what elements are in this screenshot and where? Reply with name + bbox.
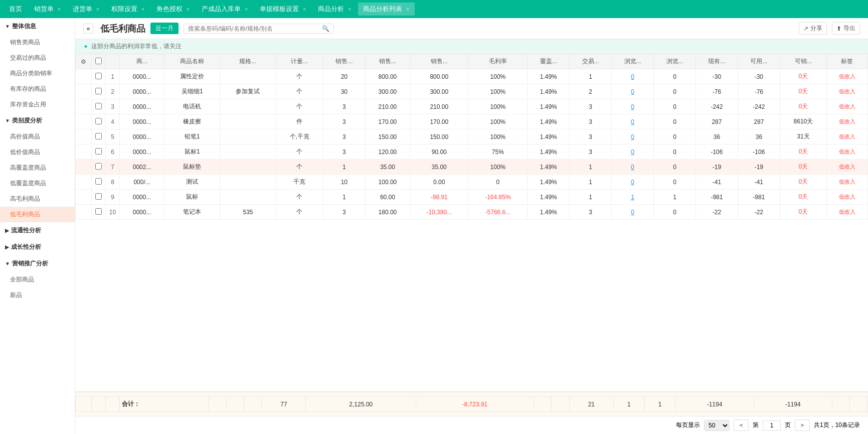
close-permission-icon[interactable]: × <box>141 6 144 12</box>
close-list-icon[interactable]: × <box>406 6 409 12</box>
col-unit[interactable]: 计量... <box>276 54 323 69</box>
cell-sales-profit: -10,380... <box>410 205 468 220</box>
sidebar-item-stock-capital[interactable]: 库存资金占用 <box>0 97 75 112</box>
sidebar-item-high-value[interactable]: 高价值商品 <box>0 129 75 144</box>
col-trade[interactable]: 交易... <box>570 54 612 69</box>
cell-checkbox[interactable] <box>92 129 106 144</box>
cell-browse1[interactable]: 0 <box>612 69 654 84</box>
nav-goods-analysis[interactable]: 商品分析 × <box>313 3 356 16</box>
col-tag[interactable]: 标签 <box>826 54 867 69</box>
row-checkbox[interactable] <box>95 193 102 200</box>
table-container[interactable]: ⚙ 商... 商品名称 规格... 计量... 销售... 销售... 销售..… <box>75 54 868 391</box>
nav-home[interactable]: 首页 <box>4 3 27 16</box>
col-current[interactable]: 现有... <box>696 54 738 69</box>
cell-browse1[interactable]: 0 <box>612 99 654 114</box>
export-button[interactable]: ⬆ 导出 <box>832 22 860 35</box>
col-name[interactable]: 商品名称 <box>164 54 220 69</box>
row-checkbox[interactable] <box>95 73 102 79</box>
row-checkbox[interactable] <box>95 88 102 94</box>
col-sales-profit[interactable]: 销售... <box>410 54 468 69</box>
col-saleable[interactable]: 可销... <box>780 54 826 69</box>
close-sales-icon[interactable]: × <box>58 6 61 12</box>
cell-browse1[interactable]: 0 <box>612 114 654 129</box>
search-input[interactable] <box>188 25 322 32</box>
sidebar-item-traded-goods[interactable]: 交易过的商品 <box>0 50 75 66</box>
sidebar-item-new-goods[interactable]: 新品 <box>0 287 75 303</box>
sidebar-item-low-coverage[interactable]: 低覆盖度商品 <box>0 176 75 191</box>
col-browse2[interactable]: 浏览... <box>654 54 696 69</box>
prev-page-button[interactable]: ＜ <box>734 419 749 431</box>
close-template-icon[interactable]: × <box>303 6 306 12</box>
cell-checkbox[interactable] <box>92 144 106 160</box>
cell-checkbox[interactable] <box>92 69 106 84</box>
cell-tag: 低收入 <box>826 190 867 205</box>
sidebar-item-sales-goods[interactable]: 销售类商品 <box>0 35 75 50</box>
nav-product-entry[interactable]: 产成品入库单 × <box>197 3 253 16</box>
cell-checkbox[interactable] <box>92 114 106 129</box>
sidebar-group-overall[interactable]: ▼ 整体信息 <box>0 18 75 35</box>
sidebar-group-marketing[interactable]: ▼ 营销推广分析 <box>0 255 75 272</box>
select-all-checkbox[interactable] <box>95 58 102 64</box>
cell-browse1[interactable]: 0 <box>612 129 654 144</box>
col-browse1[interactable]: 浏览... <box>612 54 654 69</box>
row-checkbox[interactable] <box>95 118 102 124</box>
sidebar-item-stock-goods[interactable]: 有库存的商品 <box>0 81 75 97</box>
nav-role[interactable]: 角色授权 × <box>151 3 195 16</box>
col-gross-rate[interactable]: 毛利率 <box>468 54 528 69</box>
col-coverage[interactable]: 覆盖... <box>528 54 570 69</box>
cell-checkbox[interactable] <box>92 190 106 205</box>
cell-available: -22 <box>738 205 780 220</box>
row-checkbox[interactable] <box>95 148 102 155</box>
cell-browse1[interactable]: 0 <box>612 205 654 220</box>
cell-checkbox[interactable] <box>92 175 106 190</box>
cell-checkbox[interactable] <box>92 160 106 175</box>
per-page-select[interactable]: 50 100 200 <box>704 420 730 431</box>
col-sales-qty[interactable]: 销售... <box>323 54 365 69</box>
page-input[interactable] <box>763 420 781 430</box>
close-role-icon[interactable]: × <box>187 6 190 12</box>
next-page-button[interactable]: ＞ <box>795 419 810 431</box>
sidebar-item-high-coverage[interactable]: 高覆盖度商品 <box>0 160 75 176</box>
cell-saleable: 0天 <box>780 175 826 190</box>
nav-sales[interactable]: 销货单 × <box>29 3 66 16</box>
cell-checkbox[interactable] <box>92 99 106 114</box>
cell-browse1[interactable]: 0 <box>612 84 654 99</box>
row-checkbox[interactable] <box>95 178 102 185</box>
share-button[interactable]: ↗ 分享 <box>799 22 827 35</box>
sidebar-group-growth[interactable]: ▶ 成长性分析 <box>0 239 75 255</box>
row-checkbox[interactable] <box>95 163 102 170</box>
sidebar-item-high-gross[interactable]: 高毛利商品 <box>0 191 75 207</box>
total-sales-profit: -8,723.91 <box>416 397 534 412</box>
cell-browse1[interactable]: 0 <box>612 144 654 160</box>
close-purchase-icon[interactable]: × <box>96 6 99 12</box>
cell-browse1[interactable]: 0 <box>612 160 654 175</box>
row-checkbox[interactable] <box>95 103 102 109</box>
nav-template[interactable]: 单据模板设置 × <box>255 3 311 16</box>
close-analysis-icon[interactable]: × <box>348 6 351 12</box>
cell-browse1[interactable]: 0 <box>612 175 654 190</box>
col-code[interactable]: 商... <box>120 54 164 69</box>
close-product-icon[interactable]: × <box>245 6 248 12</box>
nav-purchase[interactable]: 进货单 × <box>68 3 104 16</box>
col-settings[interactable]: ⚙ <box>76 54 92 69</box>
cell-checkbox[interactable] <box>92 84 106 99</box>
cell-checkbox[interactable] <box>92 205 106 220</box>
row-checkbox[interactable] <box>95 133 102 139</box>
sidebar-group-category[interactable]: ▼ 类别度分析 <box>0 112 75 129</box>
col-available[interactable]: 可用... <box>738 54 780 69</box>
sidebar-item-all-goods[interactable]: 全部商品 <box>0 272 75 287</box>
sidebar-item-category-rate[interactable]: 商品分类助销率 <box>0 66 75 81</box>
nav-permission[interactable]: 权限设置 × <box>106 3 149 16</box>
row-checkbox[interactable] <box>95 208 102 215</box>
sidebar-group-flow[interactable]: ▶ 流通性分析 <box>0 222 75 239</box>
cell-available: 287 <box>738 114 780 129</box>
sidebar-item-low-value[interactable]: 低价值商品 <box>0 144 75 160</box>
sidebar-collapse-button[interactable]: « <box>83 24 93 34</box>
sidebar-item-low-gross[interactable]: 低毛利商品 <box>0 207 75 222</box>
col-sales-price[interactable]: 销售... <box>365 54 410 69</box>
col-spec[interactable]: 规格... <box>220 54 276 69</box>
cell-browse1[interactable]: 1 <box>612 190 654 205</box>
col-checkbox[interactable] <box>92 54 106 69</box>
nav-goods-analysis-list[interactable]: 商品分析列表 × <box>358 3 414 16</box>
filter-period-button[interactable]: 近一月 <box>150 23 179 34</box>
